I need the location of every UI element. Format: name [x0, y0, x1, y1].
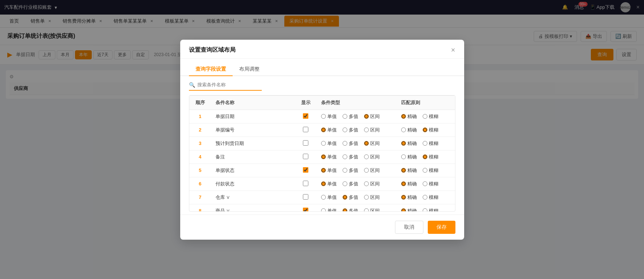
tab-query-fields[interactable]: 查询字段设置 [189, 63, 233, 76]
row-show-cell[interactable] [295, 137, 317, 150]
row-name: 单据状态 [211, 164, 295, 177]
radio-type-单值[interactable]: 单值 [321, 113, 337, 120]
row-show-checkbox[interactable] [303, 154, 308, 159]
row-show-checkbox[interactable] [303, 194, 308, 200]
radio-type-多值[interactable]: 多值 [343, 181, 358, 187]
settings-table-scroll[interactable]: 顺序 条件名称 显示 条件类型 匹配原则 1单据日期单值多值区间精确模糊2单据编… [189, 95, 455, 212]
modal-tabs: 查询字段设置 布局调整 [180, 59, 464, 76]
row-show-cell[interactable] [295, 150, 317, 164]
row-order: 5 [189, 164, 211, 177]
row-type-cell[interactable]: 单值多值区间 [317, 123, 397, 137]
radio-match-精确[interactable]: 精确 [401, 167, 417, 174]
radio-type-单值[interactable]: 单值 [321, 167, 337, 174]
table-row: 8商品 ∨单值多值区间精确模糊 [189, 204, 455, 212]
row-order: 1 [189, 110, 211, 123]
radio-type-多值[interactable]: 多值 [343, 208, 358, 212]
row-match-cell[interactable]: 精确模糊 [397, 164, 455, 177]
radio-type-多值[interactable]: 多值 [343, 140, 358, 147]
radio-type-区间[interactable]: 区间 [364, 167, 380, 174]
radio-type-区间[interactable]: 区间 [364, 194, 380, 201]
radio-type-多值[interactable]: 多值 [343, 127, 358, 133]
row-name: 预计到货日期 [211, 137, 295, 150]
radio-type-区间[interactable]: 区间 [364, 113, 380, 120]
radio-match-模糊[interactable]: 模糊 [423, 194, 438, 201]
radio-type-区间[interactable]: 区间 [364, 208, 380, 212]
radio-type-多值[interactable]: 多值 [343, 194, 358, 201]
radio-type-单值[interactable]: 单值 [321, 208, 337, 212]
radio-type-多值[interactable]: 多值 [343, 113, 358, 120]
radio-type-单值[interactable]: 单值 [321, 140, 337, 147]
radio-type-多值[interactable]: 多值 [343, 167, 358, 174]
row-match-cell[interactable]: 精确模糊 [397, 150, 455, 164]
settings-table: 顺序 条件名称 显示 条件类型 匹配原则 1单据日期单值多值区间精确模糊2单据编… [189, 95, 455, 212]
row-show-checkbox[interactable] [303, 167, 308, 173]
row-order: 6 [189, 177, 211, 190]
radio-type-多值[interactable]: 多值 [343, 154, 358, 160]
row-show-cell[interactable] [295, 190, 317, 204]
col-name: 条件名称 [211, 95, 295, 110]
row-order: 8 [189, 204, 211, 212]
row-show-checkbox[interactable] [303, 140, 308, 146]
radio-match-模糊[interactable]: 模糊 [423, 167, 438, 174]
row-type-cell[interactable]: 单值多值区间 [317, 190, 397, 204]
search-input[interactable] [197, 82, 256, 87]
row-show-checkbox[interactable] [303, 127, 308, 132]
row-name: 仓库 ∨ [211, 190, 295, 204]
row-show-cell[interactable] [295, 110, 317, 123]
row-show-cell[interactable] [295, 177, 317, 190]
row-match-cell[interactable]: 精确模糊 [397, 123, 455, 137]
row-match-cell[interactable]: 精确模糊 [397, 204, 455, 212]
radio-match-模糊[interactable]: 模糊 [423, 127, 438, 133]
radio-match-精确[interactable]: 精确 [401, 208, 417, 212]
radio-match-模糊[interactable]: 模糊 [423, 140, 438, 147]
radio-type-区间[interactable]: 区间 [364, 127, 380, 133]
radio-match-精确[interactable]: 精确 [401, 194, 417, 201]
modal-overlay: 设置查询区域布局 × 查询字段设置 布局调整 🔍 顺序 条件名称 [0, 0, 644, 279]
radio-match-精确[interactable]: 精确 [401, 181, 417, 187]
radio-match-模糊[interactable]: 模糊 [423, 208, 438, 212]
col-order: 顺序 [189, 95, 211, 110]
tab-layout[interactable]: 布局调整 [233, 63, 266, 76]
row-show-cell[interactable] [295, 204, 317, 212]
radio-match-精确[interactable]: 精确 [401, 154, 417, 160]
search-bar: 🔍 [189, 82, 262, 91]
row-type-cell[interactable]: 单值多值区间 [317, 164, 397, 177]
row-name: 付款状态 [211, 177, 295, 190]
radio-match-模糊[interactable]: 模糊 [423, 154, 438, 160]
modal-footer: 取消 保存 [180, 215, 464, 240]
radio-type-区间[interactable]: 区间 [364, 181, 380, 187]
settings-modal: 设置查询区域布局 × 查询字段设置 布局调整 🔍 顺序 条件名称 [180, 40, 464, 240]
row-match-cell[interactable]: 精确模糊 [397, 110, 455, 123]
radio-type-单值[interactable]: 单值 [321, 181, 337, 187]
row-type-cell[interactable]: 单值多值区间 [317, 150, 397, 164]
row-show-checkbox[interactable] [303, 113, 308, 119]
radio-type-区间[interactable]: 区间 [364, 154, 380, 160]
row-order: 3 [189, 137, 211, 150]
radio-type-单值[interactable]: 单值 [321, 194, 337, 201]
radio-type-单值[interactable]: 单值 [321, 154, 337, 160]
radio-match-精确[interactable]: 精确 [401, 140, 417, 147]
row-show-checkbox[interactable] [303, 181, 308, 186]
row-show-cell[interactable] [295, 123, 317, 137]
modal-close-button[interactable]: × [451, 46, 455, 54]
row-match-cell[interactable]: 精确模糊 [397, 177, 455, 190]
row-type-cell[interactable]: 单值多值区间 [317, 177, 397, 190]
cancel-button[interactable]: 取消 [395, 221, 423, 234]
row-match-cell[interactable]: 精确模糊 [397, 190, 455, 204]
row-match-cell[interactable]: 精确模糊 [397, 137, 455, 150]
radio-type-区间[interactable]: 区间 [364, 140, 380, 147]
radio-match-模糊[interactable]: 模糊 [423, 181, 438, 187]
radio-match-模糊[interactable]: 模糊 [423, 113, 438, 120]
radio-match-精确[interactable]: 精确 [401, 127, 417, 133]
row-type-cell[interactable]: 单值多值区间 [317, 204, 397, 212]
row-show-checkbox[interactable] [303, 208, 308, 212]
row-name: 单据编号 [211, 123, 295, 137]
row-type-cell[interactable]: 单值多值区间 [317, 110, 397, 123]
radio-match-精确[interactable]: 精确 [401, 113, 417, 120]
row-type-cell[interactable]: 单值多值区间 [317, 137, 397, 150]
row-show-cell[interactable] [295, 164, 317, 177]
modal-header: 设置查询区域布局 × [180, 40, 464, 59]
table-row: 3预计到货日期单值多值区间精确模糊 [189, 137, 455, 150]
save-button[interactable]: 保存 [428, 221, 455, 234]
radio-type-单值[interactable]: 单值 [321, 127, 337, 133]
